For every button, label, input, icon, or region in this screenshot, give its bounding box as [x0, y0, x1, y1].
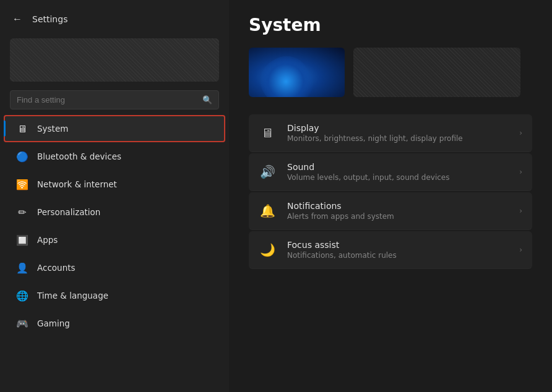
setting-desc-notifications: Alerts from apps and system	[287, 212, 508, 221]
chevron-icon-display: ›	[519, 129, 522, 137]
user-banner	[10, 38, 219, 82]
notifications-icon: 🔔	[259, 202, 276, 219]
bluetooth-icon: 🔵	[16, 150, 28, 163]
focus-icon: 🌙	[259, 241, 276, 258]
sidebar: ← Settings 🔍 🖥 System 🔵 Bluetooth & devi…	[0, 0, 229, 392]
display-icon: 🖥	[259, 124, 276, 142]
setting-name-sound: Sound	[287, 162, 508, 172]
setting-item-sound[interactable]: 🔊 Sound Volume levels, output, input, so…	[249, 153, 532, 191]
sidebar-item-apps[interactable]: 🔲 Apps	[4, 226, 225, 254]
sidebar-item-label-accounts: Accounts	[37, 263, 75, 273]
gaming-icon: 🎮	[16, 317, 28, 330]
setting-desc-sound: Volume levels, output, input, sound devi…	[287, 173, 508, 182]
time-icon: 🌐	[16, 289, 28, 302]
setting-text-sound: Sound Volume levels, output, input, soun…	[287, 162, 508, 182]
page-title: System	[249, 15, 532, 35]
personalization-icon: ✏️	[16, 206, 28, 218]
sidebar-item-time[interactable]: 🌐 Time & language	[4, 282, 225, 309]
sidebar-item-accounts[interactable]: 👤 Accounts	[4, 254, 225, 281]
sidebar-item-label-gaming: Gaming	[37, 318, 70, 328]
apps-icon: 🔲	[16, 234, 28, 246]
sidebar-item-label-apps: Apps	[37, 235, 58, 245]
main-content: System 🖥 Display Monitors, brightness, n…	[229, 0, 552, 392]
sidebar-item-bluetooth[interactable]: 🔵 Bluetooth & devices	[4, 143, 225, 170]
network-icon: 🛜	[16, 178, 28, 190]
nav-list: 🖥 System 🔵 Bluetooth & devices 🛜 Network…	[0, 114, 229, 338]
sidebar-item-label-system: System	[37, 124, 68, 134]
settings-list: 🖥 Display Monitors, brightness, night li…	[249, 114, 532, 269]
setting-text-display: Display Monitors, brightness, night ligh…	[287, 123, 508, 143]
sidebar-item-label-time: Time & language	[37, 291, 108, 300]
app-title: Settings	[32, 14, 67, 24]
hero-image-blue	[249, 48, 345, 97]
accounts-icon: 👤	[16, 262, 28, 274]
search-icon: 🔍	[202, 95, 212, 104]
setting-name-focus: Focus assist	[287, 240, 508, 250]
setting-text-focus: Focus assist Notifications, automatic ru…	[287, 240, 508, 260]
setting-desc-display: Monitors, brightness, night light, displ…	[287, 134, 508, 143]
chevron-icon-focus: ›	[519, 245, 522, 254]
sound-icon: 🔊	[259, 163, 276, 181]
setting-desc-focus: Notifications, automatic rules	[287, 251, 508, 260]
setting-text-notifications: Notifications Alerts from apps and syste…	[287, 201, 508, 221]
search-box[interactable]: 🔍	[10, 90, 219, 109]
system-icon: 🖥	[16, 122, 28, 135]
sidebar-header: ← Settings	[0, 0, 229, 33]
hero-image-texture	[353, 48, 520, 97]
back-button[interactable]: ←	[10, 11, 25, 27]
sidebar-item-gaming[interactable]: 🎮 Gaming	[4, 310, 225, 337]
sidebar-item-system[interactable]: 🖥 System	[4, 115, 225, 142]
setting-item-focus[interactable]: 🌙 Focus assist Notifications, automatic …	[249, 231, 532, 269]
hero-images	[249, 48, 532, 97]
sidebar-item-network[interactable]: 🛜 Network & internet	[4, 171, 225, 198]
setting-name-notifications: Notifications	[287, 201, 508, 211]
sidebar-item-label-bluetooth: Bluetooth & devices	[37, 151, 121, 161]
setting-item-display[interactable]: 🖥 Display Monitors, brightness, night li…	[249, 114, 532, 152]
sidebar-item-personalization[interactable]: ✏️ Personalization	[4, 198, 225, 226]
sidebar-item-label-personalization: Personalization	[37, 207, 100, 217]
setting-name-display: Display	[287, 123, 508, 133]
chevron-icon-notifications: ›	[519, 207, 522, 215]
banner-texture	[10, 38, 219, 82]
search-input[interactable]	[17, 95, 197, 104]
setting-item-notifications[interactable]: 🔔 Notifications Alerts from apps and sys…	[249, 192, 532, 230]
sidebar-item-label-network: Network & internet	[37, 179, 117, 189]
chevron-icon-sound: ›	[519, 168, 522, 176]
